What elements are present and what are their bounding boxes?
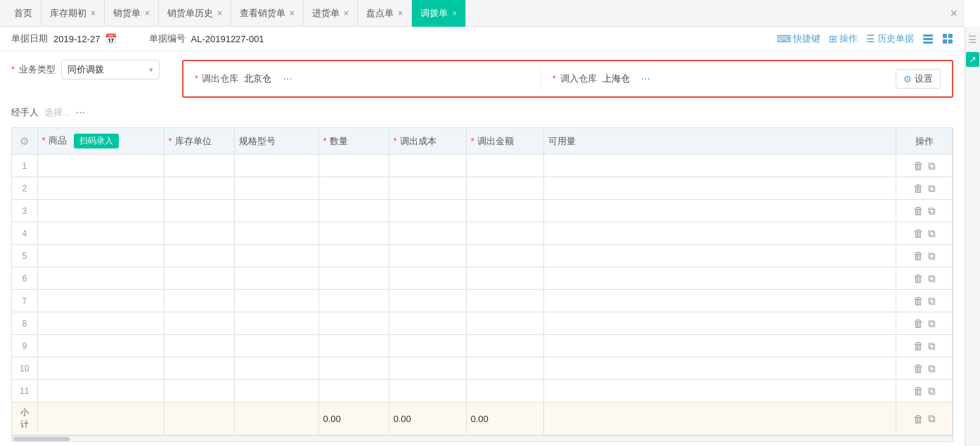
person-more-icon[interactable]: ··· — [76, 106, 85, 119]
row-delete-icon[interactable]: 🗑 — [913, 205, 924, 217]
row-spec[interactable] — [234, 335, 318, 357]
row-goods[interactable] — [37, 357, 164, 380]
tab-inventory-init-close[interactable]: × — [91, 8, 96, 18]
tab-sales-history[interactable]: 销货单历史 × — [159, 0, 231, 27]
row-qty[interactable] — [318, 312, 389, 335]
row-unit[interactable] — [164, 380, 234, 402]
sidebar-export-icon[interactable]: ↗ — [966, 52, 979, 67]
row-goods[interactable] — [37, 200, 164, 222]
row-cost[interactable] — [389, 380, 466, 402]
row-delete-icon[interactable]: 🗑 — [913, 160, 924, 172]
tab-purchase-order[interactable]: 进货单 × — [304, 0, 358, 27]
subtotal-delete-icon[interactable]: 🗑 — [913, 413, 924, 425]
out-warehouse-more-icon[interactable]: ··· — [283, 72, 292, 85]
row-spec[interactable] — [234, 357, 318, 380]
row-amount[interactable] — [466, 245, 543, 267]
row-qty[interactable] — [318, 245, 389, 267]
row-copy-icon[interactable]: ⧉ — [928, 385, 936, 397]
row-cost[interactable] — [389, 222, 466, 245]
row-unit[interactable] — [164, 222, 234, 245]
row-goods[interactable] — [37, 245, 164, 267]
row-goods[interactable] — [37, 267, 164, 290]
row-copy-icon[interactable]: ⧉ — [928, 227, 936, 240]
history-button[interactable]: ☰ 历史单据 — [866, 32, 914, 45]
tab-sales-order[interactable]: 销货单 × — [105, 0, 159, 27]
row-copy-icon[interactable]: ⧉ — [928, 205, 936, 217]
row-amount[interactable] — [466, 312, 543, 335]
row-delete-icon[interactable]: 🗑 — [913, 227, 924, 239]
row-goods[interactable] — [37, 222, 164, 245]
tab-inventory-check[interactable]: 盘点单 × — [358, 0, 412, 27]
row-unit[interactable] — [164, 290, 234, 312]
row-qty[interactable] — [318, 290, 389, 312]
row-unit[interactable] — [164, 200, 234, 222]
row-amount[interactable] — [466, 380, 543, 402]
row-amount[interactable] — [466, 177, 543, 200]
row-amount[interactable] — [466, 357, 543, 380]
tab-purchase-order-close[interactable]: × — [344, 8, 349, 18]
row-qty[interactable] — [318, 267, 389, 290]
subtotal-copy-icon[interactable]: ⧉ — [928, 412, 936, 425]
tab-sales-history-close[interactable]: × — [217, 8, 222, 18]
row-qty[interactable] — [318, 380, 389, 402]
row-avail[interactable] — [543, 177, 896, 200]
tab-transfer-order-close[interactable]: × — [452, 8, 457, 18]
scrollbar-thumb[interactable] — [13, 437, 70, 441]
row-qty[interactable] — [318, 335, 389, 357]
row-spec[interactable] — [234, 200, 318, 222]
row-copy-icon[interactable]: ⧉ — [928, 340, 936, 352]
row-amount[interactable] — [466, 290, 543, 312]
row-copy-icon[interactable]: ⧉ — [928, 250, 936, 262]
row-unit[interactable] — [164, 267, 234, 290]
row-qty[interactable] — [318, 155, 389, 177]
row-spec[interactable] — [234, 312, 318, 335]
row-qty[interactable] — [318, 222, 389, 245]
row-goods[interactable] — [37, 380, 164, 402]
row-amount[interactable] — [466, 200, 543, 222]
row-amount[interactable] — [466, 155, 543, 177]
settings-button[interactable]: ⚙ 设置 — [896, 69, 941, 89]
row-spec[interactable] — [234, 177, 318, 200]
row-unit[interactable] — [164, 357, 234, 380]
row-cost[interactable] — [389, 177, 466, 200]
layout-button-list[interactable] — [922, 33, 934, 44]
tab-home[interactable]: 首页 — [6, 0, 41, 27]
table-settings-icon[interactable]: ⚙ — [20, 135, 29, 147]
row-spec[interactable] — [234, 245, 318, 267]
row-cost[interactable] — [389, 155, 466, 177]
row-copy-icon[interactable]: ⧉ — [928, 272, 936, 285]
row-cost[interactable] — [389, 200, 466, 222]
row-unit[interactable] — [164, 335, 234, 357]
row-spec[interactable] — [234, 380, 318, 402]
row-delete-icon[interactable]: 🗑 — [913, 362, 924, 374]
tab-view-sales[interactable]: 查看销货单 × — [231, 0, 304, 27]
row-cost[interactable] — [389, 245, 466, 267]
row-unit[interactable] — [164, 245, 234, 267]
actions-button[interactable]: ⊞ 操作 — [829, 32, 858, 45]
row-goods[interactable] — [37, 335, 164, 357]
sidebar-list-icon[interactable]: ☰ — [967, 32, 979, 46]
row-avail[interactable] — [543, 245, 896, 267]
person-select[interactable]: 选择... — [44, 106, 70, 119]
row-goods[interactable] — [37, 177, 164, 200]
horizontal-scrollbar[interactable] — [12, 435, 953, 441]
row-avail[interactable] — [543, 222, 896, 245]
row-cost[interactable] — [389, 335, 466, 357]
row-unit[interactable] — [164, 312, 234, 335]
row-unit[interactable] — [164, 155, 234, 177]
row-goods[interactable] — [37, 290, 164, 312]
business-type-select[interactable]: 同价调拨 ▾ — [61, 60, 160, 79]
row-goods[interactable] — [37, 155, 164, 177]
row-avail[interactable] — [543, 335, 896, 357]
row-avail[interactable] — [543, 267, 896, 290]
layout-button-grid[interactable] — [942, 33, 953, 44]
row-copy-icon[interactable]: ⧉ — [928, 362, 936, 375]
row-cost[interactable] — [389, 357, 466, 380]
row-delete-icon[interactable]: 🗑 — [913, 340, 924, 352]
in-warehouse-more-icon[interactable]: ··· — [641, 72, 650, 85]
row-avail[interactable] — [543, 290, 896, 312]
row-cost[interactable] — [389, 312, 466, 335]
row-amount[interactable] — [466, 335, 543, 357]
tab-sales-order-close[interactable]: × — [145, 8, 150, 18]
row-spec[interactable] — [234, 222, 318, 245]
